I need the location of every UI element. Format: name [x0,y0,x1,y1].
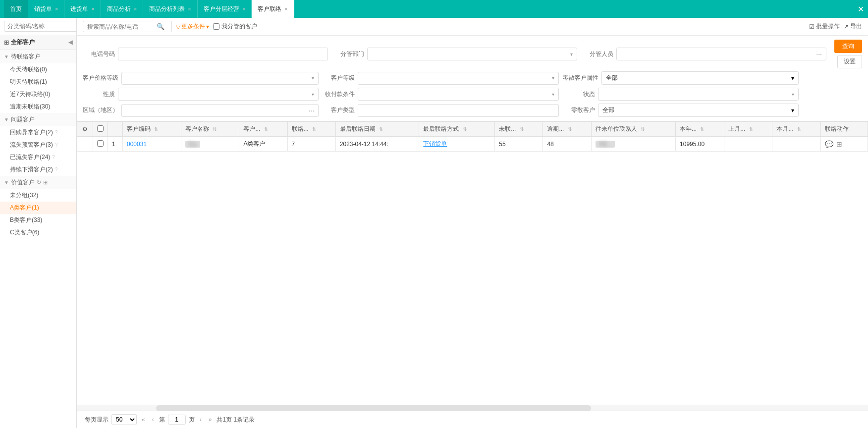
per-page-label: 每页显示 [85,416,108,424]
row-name: Ea [181,137,239,152]
customer-grade-arrow-icon: ▾ [552,75,554,81]
status-input[interactable]: ▾ [598,88,799,101]
col-gear[interactable]: ⚙ [77,122,93,137]
col-overdue[interactable]: 逾期... ⇅ [543,122,591,137]
page-input[interactable] [168,415,186,425]
tab-goods-analysis-list-close[interactable]: × [188,6,191,12]
tab-goods-analysis[interactable]: 商品分析 × [101,0,143,18]
my-customers-filter[interactable]: 我分管的客户 [213,22,257,31]
row-code[interactable]: 000031 [123,137,181,152]
sidebar-item-class-a[interactable]: A类客户(1) [0,202,76,214]
filter-bar: 🔍 ▽ 更多条件 ▾ 我分管的客户 ☑ 批量操作 ↗ 导出 [77,18,868,36]
tab-customer-contact[interactable]: 客户联络 × [252,0,294,18]
filter-search-icon[interactable]: 🔍 [157,23,164,30]
problem-customers-group[interactable]: ▼ 问题客户 [0,113,76,126]
my-customers-checkbox[interactable] [213,23,219,30]
tab-purchase[interactable]: 进货单 × [64,0,101,18]
retail-customer-arrow-icon: ▾ [791,107,794,114]
top-navigation: 首页 销货单 × 进货单 × 商品分析 × 商品分析列表 × 客户分层经营 × … [0,0,868,18]
col-code[interactable]: 客户编码 ⇅ [123,122,181,137]
retail-attr-select[interactable]: 全部 ▾ [601,71,799,85]
tab-goods-analysis-close[interactable]: × [134,6,137,12]
page-size-select[interactable]: 50 100 200 [111,414,137,425]
sidebar-item-today-contact[interactable]: 今天待联络(0) [0,63,76,76]
batch-op-button[interactable]: ☑ 批量操作 [809,22,840,31]
customer-type-input[interactable] [358,104,558,117]
sidebar-item-overdue-contact[interactable]: 逾期未联络(30) [0,101,76,113]
select-all-checkbox[interactable] [97,125,104,132]
price-grade-input[interactable]: ▾ [121,72,319,85]
region-input[interactable]: ··· [121,104,319,117]
query-button[interactable]: 查询 [834,40,862,53]
filter-row-2: 客户价格等级 ▾ 客户等级 ▾ 零散客户属性 全部 [83,71,862,85]
tab-purchase-close[interactable]: × [91,6,94,12]
value-customers-group[interactable]: ▼ 价值客户 ↻ ⊞ [0,176,76,189]
col-last-date[interactable]: 最后联络日期 ⇅ [335,122,419,137]
close-all-button[interactable]: ✕ [858,4,864,14]
col-last-month[interactable]: 上月... ⇅ [724,122,772,137]
last-method-link[interactable]: 下销货单 [423,140,447,147]
col-this-year[interactable]: 本年... ⇅ [676,122,724,137]
tab-goods-analysis-list[interactable]: 商品分析列表 × [143,0,197,18]
pending-contact-group[interactable]: ▼ 待联络客户 [0,50,76,63]
sidebar-item-lost[interactable]: 已流失客户(24) ? [0,151,76,163]
col-last-method[interactable]: 最后联络方式 ⇅ [419,122,495,137]
sidebar-item-repurchase-anomaly[interactable]: 回购异常客户(2) ? [0,126,76,139]
dept-input[interactable]: ▾ [367,48,577,60]
next-page-button[interactable]: › [198,415,204,424]
col-name[interactable]: 客户名称 ⇅ [181,122,239,137]
prev-page-button[interactable]: ‹ [150,415,156,424]
col-this-month[interactable]: 本月... ⇅ [772,122,820,137]
sidebar-item-tomorrow-contact[interactable]: 明天待联络(1) [0,76,76,88]
tab-sales[interactable]: 销货单 × [28,0,64,18]
manager-input[interactable]: ··· [616,48,826,60]
first-page-button[interactable]: « [140,415,147,424]
tab-customer-contact-close[interactable]: × [284,6,287,12]
manager-field: 分管人员 ··· [581,48,826,60]
sort-icon-last-date: ⇅ [379,126,383,132]
row-contact-action: 💬 ⊞ [820,137,868,152]
add-group-icon[interactable]: ⊞ [43,179,48,186]
sort-icon-contact: ⇅ [312,126,316,132]
col-contact[interactable]: 联络... ⇅ [287,122,335,137]
retail-customer-select[interactable]: 全部 ▾ [598,104,799,117]
export-button[interactable]: ↗ 导出 [844,22,862,31]
tab-sales-close[interactable]: × [55,6,58,12]
row-last-method[interactable]: 下销货单 [419,137,495,152]
sidebar-item-unclassified[interactable]: 未分组(32) [0,189,76,202]
sidebar-item-lost-prediction[interactable]: 流失预警客户(3) ? [0,139,76,151]
phone-input[interactable] [118,48,328,60]
tab-home[interactable]: 首页 [4,0,28,18]
all-customers-label: 全部客户 [11,38,35,47]
qr-icon[interactable]: ⊞ [836,140,842,148]
sort-icon-type: ⇅ [264,126,268,132]
filter-search-input[interactable] [87,23,157,30]
row-this-month [772,137,820,152]
chat-icon[interactable]: 💬 [825,140,833,148]
col-check [93,122,108,137]
tab-customer-segment-close[interactable]: × [242,6,245,12]
retail-customer-value: 全部 [602,106,791,114]
row-checkbox[interactable] [97,140,104,147]
col-unit-contact[interactable]: 往来单位联系人 ⇅ [591,122,675,137]
horizontal-scrollbar[interactable] [77,405,868,411]
all-customers-header[interactable]: ⊞ 全部客户 ◀ [0,35,76,50]
collapse-icon[interactable]: ◀ [68,39,72,46]
nature-input[interactable]: ▾ [118,88,319,101]
refresh-icon[interactable]: ↻ [37,179,41,186]
arrow-icon-3: ▼ [4,180,9,185]
col-no-contact[interactable]: 未联... ⇅ [495,122,543,137]
more-conditions-button[interactable]: ▽ 更多条件 ▾ [176,22,209,31]
payment-input[interactable]: ▾ [358,88,558,101]
sidebar-item-class-b[interactable]: B类客户(33) [0,214,76,226]
col-type[interactable]: 客户... ⇅ [239,122,287,137]
sidebar-item-near7-contact[interactable]: 近7天待联络(0) [0,88,76,101]
customer-grade-input[interactable]: ▾ [358,72,558,85]
sidebar-item-continuous-decline[interactable]: 持续下滑客户(2) ? [0,163,76,176]
tab-customer-segment[interactable]: 客户分层经营 × [198,0,252,18]
settings-button[interactable]: 设置 [837,55,862,68]
filter-icon: ▽ [176,23,180,30]
sidebar-search-input[interactable] [4,21,77,32]
sidebar-item-class-c[interactable]: C类客户(6) [0,226,76,239]
last-page-button[interactable]: » [207,415,214,424]
